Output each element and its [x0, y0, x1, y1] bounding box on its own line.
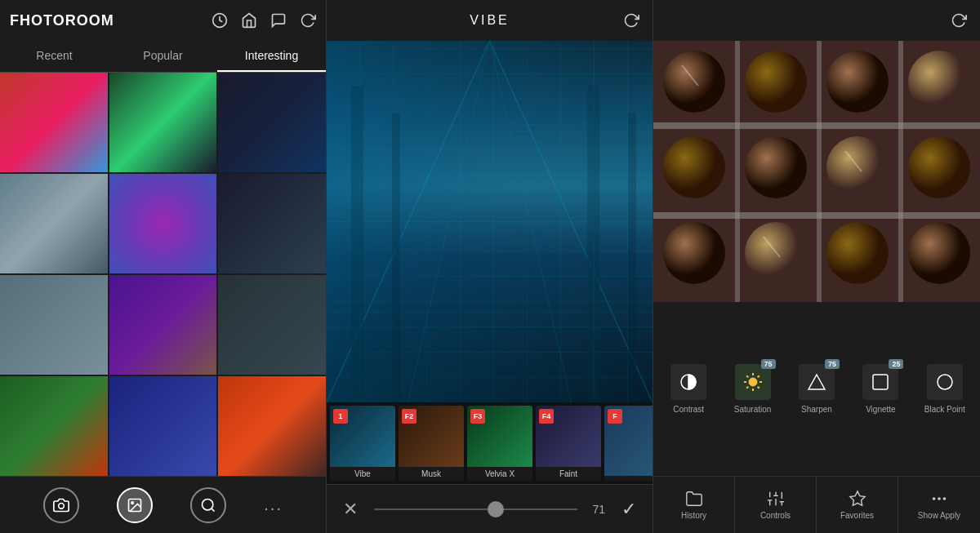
app-title: FHOTOROOM: [10, 12, 212, 29]
bottom-bar: ...: [0, 476, 326, 533]
svg-point-27: [826, 51, 889, 113]
favorites-label: Favorites: [840, 511, 874, 520]
right-refresh-icon[interactable]: [951, 12, 967, 29]
svg-point-42: [749, 378, 757, 386]
svg-point-36: [908, 222, 970, 284]
middle-title: VIBE: [470, 13, 509, 28]
control-sharpen[interactable]: 75 Sharpen: [785, 309, 849, 469]
main-photo[interactable]: [327, 41, 653, 402]
control-vignette-wrap: 25: [862, 364, 898, 400]
cancel-button[interactable]: ✕: [343, 499, 358, 520]
left-panel: FHOTOROOM: [0, 0, 327, 533]
history-icon[interactable]: [212, 12, 228, 29]
control-contrast-wrap: [670, 364, 706, 400]
svg-rect-16: [392, 113, 400, 402]
svg-point-1: [59, 503, 65, 509]
grid-photo-12[interactable]: [218, 376, 326, 476]
tab-interesting[interactable]: Interesting: [217, 41, 326, 72]
filter-vibe[interactable]: 1 Vibe: [330, 406, 395, 481]
svg-point-66: [943, 497, 947, 500]
tab-recent[interactable]: Recent: [0, 41, 109, 72]
grid-photo-6[interactable]: [218, 174, 326, 273]
slider-track[interactable]: [374, 509, 577, 510]
favorites-button[interactable]: Favorites: [817, 477, 898, 533]
control-saturation[interactable]: 75 Saturation: [720, 309, 784, 469]
tabs-row: Recent Popular Interesting: [0, 41, 326, 73]
control-black-point-label: Black Point: [924, 405, 965, 414]
filter-musk[interactable]: F2 Musk: [399, 406, 464, 481]
confirm-button[interactable]: ✓: [621, 499, 636, 520]
controls-label: Controls: [760, 511, 791, 520]
control-contrast-label: Contrast: [673, 405, 704, 414]
filter-5-badge: F: [608, 409, 622, 424]
left-header-icons: [212, 12, 316, 29]
middle-refresh-icon[interactable]: [623, 12, 639, 29]
star-icon: [849, 490, 866, 508]
home-icon[interactable]: [241, 12, 257, 29]
middle-header: VIBE: [327, 0, 653, 41]
right-photo[interactable]: [653, 41, 980, 302]
chat-icon[interactable]: [270, 12, 287, 29]
filter-musk-label: Musk: [399, 467, 464, 481]
search-button[interactable]: [190, 487, 226, 523]
filter-faint[interactable]: F4 Faint: [536, 406, 601, 481]
slider-value: 71: [586, 503, 605, 516]
control-vignette[interactable]: 25 Vignette: [849, 309, 912, 469]
grid-photo-1[interactable]: [0, 73, 108, 172]
svg-marker-63: [849, 491, 864, 505]
svg-point-4: [203, 499, 213, 509]
svg-rect-52: [873, 375, 888, 389]
grid-photo-8[interactable]: [109, 275, 217, 375]
history-label: History: [681, 511, 706, 520]
svg-rect-22: [735, 41, 740, 302]
filter-strip: 1 Vibe F2 Musk F3 Velvia X F4 Faint F: [327, 402, 653, 484]
slider-thumb[interactable]: [488, 501, 504, 517]
svg-point-35: [826, 222, 889, 284]
photo-button[interactable]: [117, 487, 153, 523]
control-black-point-wrap: [927, 364, 963, 400]
history-folder-icon: [685, 490, 703, 508]
grid-photo-4[interactable]: [0, 174, 108, 273]
history-button[interactable]: History: [653, 477, 735, 533]
refresh-icon[interactable]: [300, 12, 316, 29]
svg-line-5: [212, 508, 215, 511]
control-sharpen-label: Sharpen: [801, 405, 832, 414]
svg-point-65: [938, 497, 941, 500]
svg-point-53: [938, 375, 952, 389]
middle-bottom: ✕ 71 ✓: [327, 484, 653, 533]
svg-rect-15: [351, 86, 363, 402]
grid-photo-2[interactable]: [109, 73, 217, 172]
grid-photo-5[interactable]: [109, 174, 217, 273]
filter-velvia[interactable]: F3 Velvia X: [467, 406, 532, 481]
grid-photo-11[interactable]: [109, 376, 217, 476]
svg-marker-51: [808, 375, 825, 389]
camera-button[interactable]: [43, 487, 79, 523]
grid-photo-9[interactable]: [218, 275, 326, 375]
svg-point-33: [663, 222, 725, 284]
middle-panel: VIBE: [327, 0, 653, 533]
svg-rect-23: [817, 41, 822, 302]
control-black-point[interactable]: Black Point: [913, 309, 977, 469]
svg-point-3: [131, 501, 134, 504]
svg-point-64: [933, 497, 936, 500]
svg-line-47: [746, 375, 748, 377]
svg-rect-18: [628, 113, 636, 402]
show-apply-button[interactable]: Show Apply: [898, 477, 980, 533]
svg-point-32: [908, 136, 970, 198]
filter-5[interactable]: F: [604, 406, 653, 481]
controls-button[interactable]: Controls: [735, 477, 817, 533]
control-saturation-badge: 75: [761, 359, 776, 369]
control-contrast[interactable]: Contrast: [657, 309, 720, 469]
grid-photo-3[interactable]: [218, 73, 326, 172]
grid-photo-7[interactable]: [0, 275, 108, 375]
svg-rect-24: [898, 41, 903, 302]
filter-musk-badge: F2: [402, 409, 416, 424]
control-vignette-badge: 25: [889, 359, 903, 369]
filter-vibe-badge: 1: [333, 409, 348, 424]
tab-popular[interactable]: Popular: [109, 41, 217, 72]
filter-velvia-badge: F3: [470, 409, 485, 424]
grid-photo-10[interactable]: [0, 376, 108, 476]
filter-vibe-label: Vibe: [330, 467, 395, 481]
sliders-icon: [767, 490, 785, 508]
more-button[interactable]: ...: [264, 495, 283, 514]
